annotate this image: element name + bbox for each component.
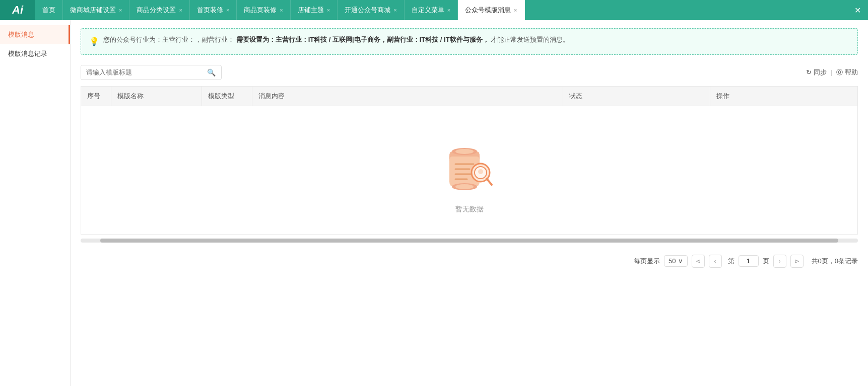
table-body: 暂无数据 [81, 106, 858, 234]
notice-icon: 💡 [89, 35, 99, 48]
sidebar: 模版消息模版消息记录 [0, 20, 71, 386]
notice-highlight: 需要设置为：主营行业：IT科技 / 互联网|电子商务，副营行业：IT科技 / I… [236, 36, 489, 43]
sync-button[interactable]: ↻ 同步 [806, 68, 827, 77]
data-table: 序号模版名称模版类型消息内容状态操作 [81, 86, 858, 235]
page-size-selector[interactable]: 50 ∨ [664, 255, 687, 267]
notice-text: 您的公众号行业为：主营行业：，副营行业： 需要设置为：主营行业：IT科技 / 互… [103, 35, 569, 45]
col-header-name: 模版名称 [111, 86, 202, 106]
top-navigation: Ai 首页微商城店铺设置×商品分类设置×首页装修×商品页装修×店铺主题×开通公众… [0, 0, 868, 20]
sidebar-item-template-msg-log[interactable]: 模版消息记录 [0, 44, 70, 63]
nav-tab-homepage-decor[interactable]: 首页装修× [190, 0, 237, 20]
page-number-input[interactable] [739, 255, 759, 267]
chevron-down-icon: ∨ [678, 257, 683, 265]
nav-tab-product-page-decor[interactable]: 商品页装修× [237, 0, 290, 20]
sync-label: 同步 [814, 68, 827, 77]
search-bar: 🔍 ↻ 同步 | ⓪ 帮助 [81, 65, 858, 80]
help-label: 帮助 [845, 68, 858, 77]
sync-icon: ↻ [806, 68, 812, 76]
pagination: 每页显示 50 ∨ ⊲ ‹ 第 页 › ⊳ 共0页，0条记录 [81, 251, 858, 272]
nav-tab-custom-menu[interactable]: 自定义菜单× [405, 0, 458, 20]
notice-box: 💡 您的公众号行业为：主营行业：，副营行业： 需要设置为：主营行业：IT科技 /… [81, 28, 858, 55]
svg-point-6 [455, 149, 474, 154]
content-area: 💡 您的公众号行业为：主营行业：，副营行业： 需要设置为：主营行业：IT科技 /… [71, 20, 868, 386]
close-tab-shop-theme[interactable]: × [327, 7, 330, 13]
nav-tab-wshop-settings[interactable]: 微商城店铺设置× [63, 0, 129, 20]
close-tab-product-page-decor[interactable]: × [280, 7, 283, 13]
sidebar-menu: 模版消息模版消息记录 [0, 25, 70, 63]
close-tab-custom-menu[interactable]: × [447, 7, 450, 13]
notice-prefix: 您的公众号行业为：主营行业：，副营行业： [103, 36, 234, 43]
page-size-label: 每页显示 [634, 257, 660, 266]
svg-point-12 [478, 169, 483, 174]
notice-suffix: 才能正常发送预置的消息。 [491, 36, 569, 43]
table-header: 序号模版名称模版类型消息内容状态操作 [81, 86, 858, 106]
app-logo: Ai [0, 0, 35, 20]
help-icon: ⓪ [836, 68, 843, 77]
svg-line-11 [487, 179, 492, 185]
main-layout: 模版消息模版消息记录 💡 您的公众号行业为：主营行业：，副营行业： 需要设置为：… [0, 20, 868, 386]
nav-tab-shop-theme[interactable]: 店铺主题× [291, 0, 338, 20]
close-tab-open-mall[interactable]: × [393, 7, 396, 13]
empty-row: 暂无数据 [81, 106, 858, 234]
close-all-tabs-button[interactable]: ✕ [847, 6, 868, 15]
prev-page-button[interactable]: ‹ [709, 255, 722, 268]
search-button[interactable]: 🔍 [202, 65, 221, 80]
col-header-content: 消息内容 [252, 86, 563, 106]
divider: | [831, 69, 832, 76]
last-page-button[interactable]: ⊳ [790, 255, 804, 268]
help-button[interactable]: ⓪ 帮助 [836, 68, 858, 77]
svg-point-8 [455, 184, 474, 189]
nav-tab-template-message[interactable]: 公众号模版消息× [458, 0, 524, 20]
col-header-action: 操作 [710, 86, 858, 106]
page-size-value: 50 [669, 257, 676, 265]
search-actions: ↻ 同步 | ⓪ 帮助 [806, 68, 858, 77]
close-tab-homepage-decor[interactable]: × [226, 7, 229, 13]
horizontal-scrollbar[interactable] [81, 239, 858, 243]
close-tab-template-message[interactable]: × [514, 7, 517, 13]
col-header-index: 序号 [81, 86, 111, 106]
page-suffix-label: 页 [763, 257, 769, 266]
next-page-button[interactable]: › [773, 255, 786, 268]
empty-state: 暂无数据 [81, 106, 857, 234]
nav-tabs: 首页微商城店铺设置×商品分类设置×首页装修×商品页装修×店铺主题×开通公众号商城… [35, 0, 847, 20]
page-prefix-label: 第 [728, 257, 735, 266]
col-header-type: 模版类型 [202, 86, 252, 106]
close-tab-product-category[interactable]: × [179, 7, 182, 13]
empty-illustration [439, 136, 500, 197]
first-page-button[interactable]: ⊲ [692, 255, 705, 268]
empty-text: 暂无数据 [455, 205, 484, 214]
search-input-wrap[interactable]: 🔍 [81, 65, 222, 80]
nav-tab-product-category[interactable]: 商品分类设置× [129, 0, 189, 20]
page-total-label: 共0页，0条记录 [812, 257, 858, 266]
nav-tab-open-mall[interactable]: 开通公众号商城× [338, 0, 404, 20]
sidebar-item-template-msg[interactable]: 模版消息 [0, 25, 70, 44]
nav-tab-home[interactable]: 首页 [35, 0, 63, 20]
col-header-status: 状态 [563, 86, 710, 106]
close-tab-wshop-settings[interactable]: × [119, 7, 122, 13]
search-input[interactable] [81, 65, 202, 79]
scrollbar-thumb[interactable] [100, 239, 839, 243]
